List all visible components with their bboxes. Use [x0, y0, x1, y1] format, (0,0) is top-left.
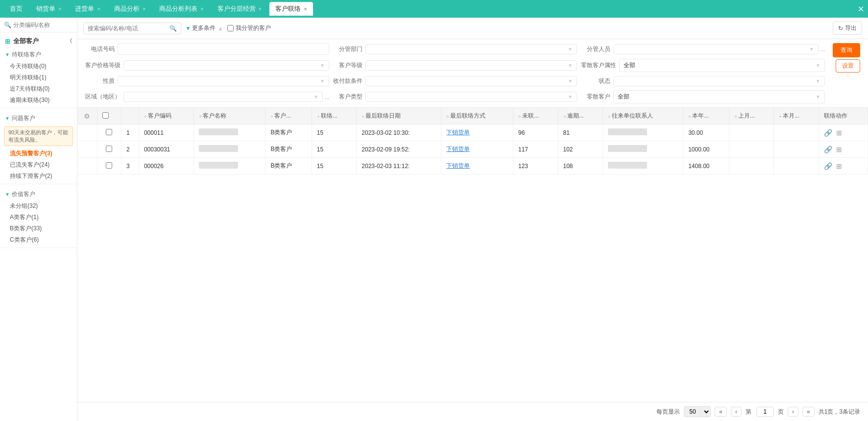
col-last-contact-date[interactable]: ⬦最后联络日期 [357, 108, 441, 124]
customer-type-chevron-icon: ▼ [568, 94, 573, 99]
sidebar-group-title-2[interactable]: ▼价值客户 [0, 188, 77, 200]
filter-dept-select[interactable]: ▼ [365, 44, 577, 54]
cell-uncontacted: 117 [513, 141, 558, 158]
col-this-year[interactable]: ⬦本年... [683, 108, 729, 124]
sidebar-item-1-0[interactable]: 流失预警客户(3) [0, 148, 77, 159]
top-tab-analysis-list[interactable]: 商品分析列表 × [153, 2, 209, 16]
filter-person-select[interactable]: ▼ [613, 44, 819, 54]
col-unit-contact[interactable]: ⬦往来单位联系人 [603, 108, 683, 124]
data-table-container: ⚙ ⬦客户编码 ⬦客户名称 ⬦客户... ⬦联络... ⬦最后联络日期 ⬦最后联… [77, 108, 868, 402]
contact-link-icon-2[interactable]: 🔗 [824, 162, 832, 170]
filter-person-more[interactable]: ... [820, 46, 825, 52]
toolbar-filter-btn[interactable]: ▼ 更多条件 ▲ [185, 24, 223, 32]
sidebar-item-0-2[interactable]: 近7天待联络(0) [0, 83, 77, 95]
more-actions-icon-2[interactable]: ⊞ [836, 162, 842, 170]
table-row: 1000011B类客户152023-03-02 10:30:下销货单968130… [77, 124, 868, 141]
per-page-label: 每页显示 [656, 408, 680, 416]
prev-page-btn[interactable]: ‹ [731, 407, 742, 417]
filter-customer-type-select[interactable]: ▼ [365, 92, 577, 102]
last-method-link-0[interactable]: 下销货单 [446, 129, 470, 136]
col-code[interactable]: ⬦客户编码 [139, 108, 193, 124]
tab-close-customer-segment[interactable]: × [259, 6, 262, 12]
export-btn[interactable]: ↻ 导出 [833, 22, 862, 35]
col-overdue[interactable]: ⬦逾期... [558, 108, 603, 124]
filter-status-select[interactable]: ▼ [613, 76, 825, 86]
cell-checkbox[interactable] [97, 141, 121, 158]
tab-close-analysis-list[interactable]: × [200, 6, 203, 12]
sidebar-item-0-0[interactable]: 今天待联络(0) [0, 61, 77, 72]
sidebar-item-2-0[interactable]: 未分组(32) [0, 200, 77, 212]
my-customers-check[interactable] [227, 25, 234, 31]
sidebar-item-0-3[interactable]: 逾期未联络(30) [0, 95, 77, 106]
row-checkbox-0[interactable] [106, 129, 112, 135]
top-tab-purchase[interactable]: 进货单 × [69, 2, 106, 16]
row-checkbox-2[interactable] [106, 162, 112, 169]
col-type[interactable]: ⬦客户... [265, 108, 312, 124]
toolbar-search-icon[interactable]: 🔍 [169, 25, 177, 32]
search-btn[interactable]: 查询 [833, 43, 860, 57]
more-actions-icon-0[interactable]: ⊞ [836, 129, 842, 137]
more-actions-icon-1[interactable]: ⊞ [836, 146, 842, 153]
contact-link-icon-1[interactable]: 🔗 [824, 146, 832, 153]
filter-region-more[interactable]: ... [325, 94, 329, 100]
filter-phone-input[interactable] [118, 43, 329, 55]
col-settings[interactable]: ⚙ [77, 108, 97, 124]
tooltip-1: 90天未交易的客户，可能有流失风险。 [4, 126, 73, 146]
settings-gear-icon[interactable]: ⚙ [84, 112, 90, 120]
filter-payment-label: 收付款条件 [333, 77, 362, 85]
col-last-contact-method[interactable]: ⬦最后联络方式 [441, 108, 513, 124]
col-name[interactable]: ⬦客户名称 [193, 108, 265, 124]
toolbar-search-input[interactable] [88, 25, 169, 32]
last-method-link-2[interactable]: 下销货单 [446, 162, 470, 169]
sidebar-item-2-1[interactable]: A类客户(1) [0, 212, 77, 223]
last-page-btn[interactable]: » [802, 407, 815, 417]
tab-close-purchase[interactable]: × [97, 6, 100, 12]
sidebar-item-0-1[interactable]: 明天待联络(1) [0, 72, 77, 83]
filter-payment: 收付款条件 ▼ [333, 76, 577, 86]
filter-retail-select[interactable]: 全部 ▼ [613, 90, 825, 103]
col-uncontacted[interactable]: ⬦未联... [513, 108, 558, 124]
page-input[interactable] [756, 407, 774, 417]
next-page-btn[interactable]: › [788, 407, 798, 417]
sidebar-search-input[interactable] [13, 22, 77, 28]
filter-payment-select[interactable]: ▼ [365, 76, 577, 86]
filter-action-btns: 查询 设置 [829, 43, 860, 103]
sidebar-item-1-2[interactable]: 持续下滑客户(2) [0, 171, 77, 182]
sidebar-item-2-3[interactable]: C类客户(6) [0, 234, 77, 246]
cell-checkbox[interactable] [97, 158, 121, 174]
col-contact[interactable]: ⬦联络... [312, 108, 357, 124]
sidebar-root-label[interactable]: ⊞ 全部客户 《 [0, 33, 77, 48]
top-tab-customer-contact[interactable]: 客户联络 × [269, 2, 313, 16]
contact-link-icon-0[interactable]: 🔗 [824, 129, 832, 137]
top-tab-customer-segment[interactable]: 客户分层经营 × [212, 2, 267, 16]
filter-retail-attr-select[interactable]: 全部 ▼ [619, 59, 825, 72]
cell-no: 3 [121, 158, 139, 174]
sidebar-group-title-0[interactable]: ▼待联络客户 [0, 49, 77, 61]
my-customers-checkbox[interactable]: 我分管的客户 [227, 24, 271, 32]
settings-btn[interactable]: 设置 [836, 59, 860, 73]
window-close-btn[interactable]: ✕ [858, 4, 864, 14]
filter-customer-grade-select[interactable]: ▼ [365, 60, 577, 71]
top-tab-sales[interactable]: 销货单 × [30, 2, 67, 16]
top-tab-analysis[interactable]: 商品分析 × [108, 2, 151, 16]
cell-no: 2 [121, 141, 139, 158]
collapse-icon[interactable]: 《 [67, 38, 72, 45]
sidebar-item-2-2[interactable]: B类客户(33) [0, 223, 77, 234]
sidebar-group-title-1[interactable]: ▼问题客户 [0, 112, 77, 124]
col-last-month[interactable]: ⬦上月... [729, 108, 774, 124]
sidebar-item-1-1[interactable]: 已流失客户(24) [0, 159, 77, 171]
tab-close-sales[interactable]: × [58, 6, 61, 12]
select-all-checkbox[interactable] [102, 112, 109, 119]
first-page-btn[interactable]: « [715, 407, 727, 417]
col-this-month[interactable]: ⬦本月... [774, 108, 819, 124]
filter-price-grade-select[interactable]: ▼ [123, 60, 329, 71]
filter-region-select[interactable]: ▼ [123, 92, 323, 102]
filter-nature-select[interactable]: ▼ [118, 76, 329, 86]
last-method-link-1[interactable]: 下销货单 [446, 146, 470, 152]
per-page-select[interactable]: 50 100 [684, 406, 711, 417]
tab-close-customer-contact[interactable]: × [304, 6, 307, 12]
row-checkbox-1[interactable] [106, 146, 112, 152]
cell-checkbox[interactable] [97, 124, 121, 141]
tab-close-analysis[interactable]: × [143, 6, 145, 12]
top-tab-home[interactable]: 首页 [4, 2, 28, 16]
